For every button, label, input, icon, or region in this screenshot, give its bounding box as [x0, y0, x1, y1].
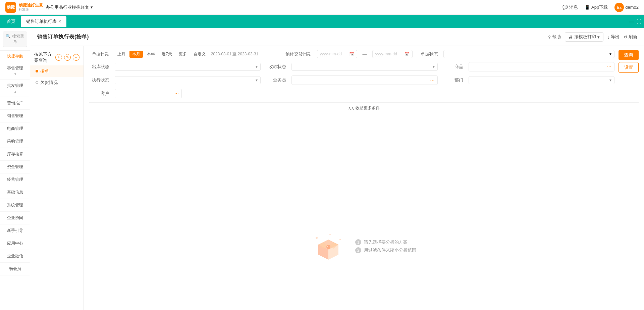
minimize-icon[interactable]: —: [629, 19, 634, 24]
quick-nav-label: 快捷导航: [7, 54, 23, 58]
print-button[interactable]: 🖨 按模板打印 ▾: [565, 32, 603, 42]
empty-tip-1: 1 请先选择要分析的方案: [355, 239, 416, 245]
goods-dots-icon: ···: [607, 64, 611, 70]
nav-right-actions: — ⛶: [629, 19, 641, 24]
goods-select[interactable]: ···: [469, 62, 614, 71]
collapse-bar[interactable]: ∧∧ 收起更多条件: [89, 102, 639, 114]
sidebar-item-wechat[interactable]: 企业微信: [0, 250, 30, 263]
nav-tabs: 首页 销售订单执行表 × — ⛶: [0, 15, 644, 28]
maximize-icon[interactable]: ⛶: [637, 19, 641, 24]
customer-label: 客户: [89, 91, 109, 97]
tip-2-text: 用过滤条件来缩小分析范围: [364, 247, 416, 253]
scheme-item-shortage[interactable]: 欠货情况: [30, 77, 84, 88]
dept-select[interactable]: ▾: [469, 76, 614, 84]
app-selector[interactable]: 办公用品行业模拟账套 ▾: [46, 4, 93, 10]
sidebar-item-operations-label: 经营管理: [7, 177, 23, 183]
date-label: 单据日期: [89, 51, 109, 57]
date-tab-this-month[interactable]: 本月: [129, 51, 143, 58]
empty-box-illustration: [312, 229, 345, 263]
empty-state: 1 请先选择要分析的方案 2 用过滤条件来缩小分析范围: [84, 182, 644, 310]
date-from-input[interactable]: yyyy-mm-dd 📅: [317, 50, 357, 58]
scheme-collapse-button[interactable]: «: [73, 54, 79, 61]
sidebar-item-enterprise[interactable]: 企业协同: [0, 212, 30, 224]
customer-select[interactable]: ···: [115, 89, 182, 98]
filter-row-1: 单据日期 上月 本月 本年 近7天 更多 自定义: [89, 50, 639, 102]
sidebar-item-ecommerce[interactable]: 电商管理: [0, 122, 30, 135]
filter-area: 单据日期 上月 本月 本年 近7天 更多 自定义: [84, 46, 644, 182]
app-logo: 畅捷: [5, 2, 16, 13]
message-icon: 💬: [562, 5, 568, 10]
sidebar-item-retail-label: 零售管理: [7, 65, 23, 71]
collapse-label: 收起更多条件: [356, 105, 380, 111]
edit-icon: ✎: [66, 55, 69, 60]
content-area: 销售订单执行表(按单) ? 帮助 🖨 按模板打印 ▾ ↓ 导出 ↺ 刷新: [30, 28, 644, 310]
message-button[interactable]: 💬 消息: [562, 4, 578, 10]
chevron-down-icon: ▾: [14, 72, 16, 76]
sidebar-item-purchase[interactable]: 采购管理: [0, 135, 30, 148]
quick-nav-button[interactable]: 快捷导航: [0, 51, 30, 62]
date-separator: —: [363, 52, 367, 57]
sidebar-item-retail[interactable]: 零售管理 ▾: [0, 62, 30, 80]
empty-tips: 1 请先选择要分析的方案 2 用过滤条件来缩小分析范围: [355, 239, 416, 253]
search-menu-label: 搜索菜单: [12, 34, 24, 44]
sidebar-item-system[interactable]: 系统管理: [0, 199, 30, 212]
app-name: 畅捷通好生意: [19, 3, 43, 7]
sidebar-item-finance[interactable]: 资金管理: [0, 161, 30, 173]
chevron-up-icon: ▴: [14, 90, 16, 93]
help-button[interactable]: ? 帮助: [548, 34, 560, 40]
expected-date-label: 预计交货日期: [285, 51, 312, 57]
refresh-label: 刷新: [629, 34, 637, 40]
sidebar-item-basic-info[interactable]: 基础信息: [0, 186, 30, 199]
date-tab-last-7[interactable]: 近7天: [159, 51, 175, 58]
query-button[interactable]: 查询: [619, 50, 639, 60]
date-filter: 上月 本月 本年 近7天 更多 自定义 2023-03-01 至 2023-03…: [115, 51, 280, 58]
app-download-button[interactable]: 📱 App下载: [585, 4, 608, 10]
sidebar-item-sales[interactable]: 销售管理: [0, 110, 30, 122]
sidebar-item-member-label: 畅会员: [9, 266, 21, 272]
tab-close-icon[interactable]: ×: [59, 19, 61, 24]
date-tab-last-month[interactable]: 上月: [115, 51, 128, 58]
exec-status-select[interactable]: ▾: [115, 76, 261, 84]
print-label: 按模板打印: [574, 34, 596, 40]
sidebar-item-operations[interactable]: 经营管理: [0, 173, 30, 186]
user-name: demo2: [625, 5, 639, 10]
date-to-input[interactable]: yyyy-mm-dd 📅: [372, 50, 413, 58]
date-tab-this-year[interactable]: 本年: [144, 51, 158, 58]
sidebar-item-finance-label: 资金管理: [7, 164, 23, 170]
empty-tip-2: 2 用过滤条件来缩小分析范围: [355, 247, 416, 253]
bill-status-chevron-icon: ▾: [609, 52, 611, 56]
collect-status-select[interactable]: ▾: [291, 63, 437, 71]
search-menu-button[interactable]: 🔍 搜索菜单: [3, 32, 27, 47]
sidebar-item-inventory[interactable]: 库存核算: [0, 148, 30, 161]
scheme-edit-button[interactable]: ✎: [64, 54, 71, 61]
scheme-add-button[interactable]: +: [55, 54, 62, 61]
exec-status-chevron-icon: ▾: [256, 78, 258, 83]
sidebar-item-marketing[interactable]: 营销推广: [0, 97, 30, 110]
selector-chevron-icon: ▾: [91, 5, 93, 10]
refresh-button[interactable]: ↺ 刷新: [624, 34, 637, 40]
out-status-select[interactable]: ▾: [115, 63, 261, 71]
main-layout: 🔍 搜索菜单 快捷导航 零售管理 ▾ 批发管理 ▴ 营销推广 销售管理 电商管理…: [0, 28, 644, 310]
date-tabs: 上月 本月 本年 近7天 更多 自定义: [115, 51, 208, 58]
sidebar-item-guide[interactable]: 新手引导: [0, 224, 30, 237]
bill-status-select[interactable]: ▾: [443, 50, 615, 58]
scheme-item-by-order[interactable]: 按单: [30, 65, 84, 77]
sidebar-item-app-center[interactable]: 应用中心: [0, 237, 30, 250]
user-menu[interactable]: Ea demo2: [614, 3, 639, 12]
setting-button[interactable]: 设置: [619, 62, 639, 73]
print-icon: 🖨: [569, 35, 573, 40]
date-tab-custom[interactable]: 自定义: [191, 51, 208, 58]
sidebar-item-inventory-label: 库存核算: [7, 151, 23, 157]
export-button[interactable]: ↓ 导出: [607, 34, 620, 40]
salesperson-select[interactable]: ···: [291, 75, 437, 85]
filter-results-area: 单据日期 上月 本月 本年 近7天 更多 自定义: [84, 46, 644, 310]
svg-point-9: [327, 246, 328, 247]
app-subtitle: 标准版: [19, 8, 43, 12]
tab-home[interactable]: 首页: [3, 16, 19, 27]
sidebar-item-member[interactable]: 畅会员: [0, 263, 30, 275]
svg-point-8: [326, 245, 330, 249]
date-tab-more[interactable]: 更多: [176, 51, 190, 58]
tip-num-1: 1: [355, 239, 361, 245]
sidebar-item-wholesale[interactable]: 批发管理 ▴: [0, 80, 30, 97]
tab-sales-exec[interactable]: 销售订单执行表 ×: [21, 16, 66, 27]
